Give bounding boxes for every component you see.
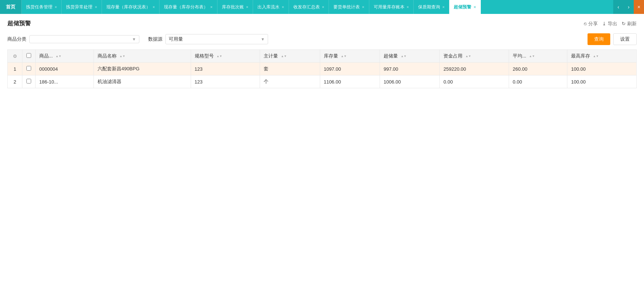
row-inventory-1: 1106.00 (320, 75, 380, 88)
tab-close-9[interactable]: × (442, 5, 444, 9)
col-product-name[interactable]: 商品名称 ▲▼ (94, 50, 191, 63)
sort-icon-product-code: ▲▼ (55, 55, 61, 58)
datasource-label: 数据源 (148, 36, 162, 42)
row-overstock-0: 997.00 (380, 63, 440, 75)
row-checkbox-1[interactable] (26, 79, 31, 84)
category-select[interactable]: ▼ (29, 35, 139, 43)
row-unit-1: 个 (260, 75, 320, 88)
tab-label-10: 超储预警 (454, 4, 471, 10)
tab-close-5[interactable]: × (282, 5, 284, 9)
tab-8[interactable]: 可用量库存账本× (369, 0, 414, 14)
export-label: 导出 (608, 21, 617, 27)
datasource-dropdown-icon: ▼ (261, 37, 265, 41)
tab-close-1[interactable]: × (95, 5, 97, 9)
tab-1[interactable]: 拣货异常处理× (62, 0, 102, 14)
datasource-select[interactable]: 可用量 ▼ (165, 34, 268, 44)
row-product-code-1: 186-10... (36, 75, 94, 88)
refresh-label: 刷新 (627, 21, 637, 27)
category-filter-group: 商品分类 ▼ (7, 35, 139, 43)
refresh-action[interactable]: ↻ 刷新 (622, 21, 637, 27)
home-tab[interactable]: 首页 (0, 0, 22, 14)
topbar: 首页 拣货任务管理×拣货异常处理×现存量（库存状况表）×现存量（库存分布表）×库… (0, 0, 644, 14)
row-capital-0: 259220.00 (440, 63, 509, 75)
select-all-checkbox[interactable] (26, 53, 31, 58)
tab-label-8: 可用量库存账本 (374, 4, 405, 10)
data-table: ⚙ 商品... ▲▼ 商品名称 ▲▼ 规格型号 ▲▼ 主计 (7, 49, 637, 88)
row-max-stock-1: 100.00 (567, 75, 637, 88)
col-unit[interactable]: 主计量 ▲▼ (260, 50, 320, 63)
row-max-stock-0: 100.00 (567, 63, 637, 75)
tab-10[interactable]: 超储预警× (449, 0, 480, 14)
gear-header[interactable]: ⚙ (8, 50, 22, 63)
tab-5[interactable]: 出入库流水× (253, 0, 289, 14)
tab-label-7: 要货单统计表 (333, 4, 360, 10)
sort-icon-capital: ▲▼ (465, 55, 471, 58)
export-action[interactable]: ⤓ 导出 (602, 21, 617, 27)
row-avg-1: 0.00 (509, 75, 567, 88)
category-label: 商品分类 (7, 36, 26, 42)
tab-label-2: 现存量（库存状况表） (106, 4, 150, 10)
tab-6[interactable]: 收发存汇总表× (289, 0, 329, 14)
page-header: 超储预警 ⎋ 分享 ⤓ 导出 ↻ 刷新 (7, 20, 637, 27)
tab-label-6: 收发存汇总表 (293, 4, 320, 10)
tab-label-5: 出入库流水 (257, 4, 279, 10)
tab-close-7[interactable]: × (362, 5, 364, 9)
col-overstock-label: 超储量 (384, 53, 398, 59)
tab-2[interactable]: 现存量（库存状况表）× (102, 0, 160, 14)
tab-3[interactable]: 现存量（库存分布表）× (160, 0, 217, 14)
filter-buttons: 查询 设置 (588, 33, 637, 45)
col-capital-label: 资金占用 (443, 53, 462, 59)
sort-icon-product-name: ▲▼ (120, 55, 125, 58)
tab-close-2[interactable]: × (153, 5, 155, 9)
col-capital[interactable]: 资金占用 ▲▼ (440, 50, 509, 63)
close-all-btn[interactable]: × (634, 0, 644, 14)
share-action[interactable]: ⎋ 分享 (584, 21, 598, 27)
tab-close-10[interactable]: × (473, 5, 476, 9)
datasource-select-value: 可用量 (169, 36, 183, 42)
export-icon: ⤓ (602, 21, 606, 26)
checkbox-header[interactable] (22, 50, 36, 63)
tab-close-8[interactable]: × (407, 5, 409, 9)
row-avg-0: 260.00 (509, 63, 567, 75)
sort-icon-unit: ▲▼ (281, 55, 287, 58)
page-actions: ⎋ 分享 ⤓ 导出 ↻ 刷新 (584, 21, 637, 27)
col-spec-label: 规格型号 (195, 53, 214, 59)
page-title: 超储预警 (7, 20, 31, 27)
col-product-name-label: 商品名称 (98, 53, 117, 59)
tab-4[interactable]: 库存批次账× (217, 0, 253, 14)
tab-close-3[interactable]: × (210, 5, 212, 9)
tab-label-9: 保质期查询 (418, 4, 440, 10)
col-overstock[interactable]: 超储量 ▲▼ (380, 50, 440, 63)
row-product-name-0: 六配套新昌490BPG (94, 63, 191, 75)
share-icon: ⎋ (584, 21, 587, 26)
home-label: 首页 (6, 4, 15, 10)
tab-close-0[interactable]: × (55, 5, 57, 9)
row-checkbox-0[interactable] (26, 66, 31, 71)
row-num-0: 1 (8, 63, 22, 75)
col-product-code[interactable]: 商品... ▲▼ (36, 50, 94, 63)
tab-7[interactable]: 要货单统计表× (329, 0, 369, 14)
col-max-stock[interactable]: 最高库存 ▲▼ (567, 50, 637, 63)
col-inventory-label: 库存量 (324, 53, 338, 59)
share-label: 分享 (588, 21, 598, 27)
tab-close-4[interactable]: × (246, 5, 248, 9)
row-spec-0: 123 (191, 63, 260, 75)
row-checkbox-cell-0[interactable] (22, 63, 36, 75)
prev-tab-btn[interactable]: ‹ (613, 0, 623, 14)
col-spec[interactable]: 规格型号 ▲▼ (191, 50, 260, 63)
row-checkbox-cell-1[interactable] (22, 75, 36, 88)
col-avg-label: 平均... (513, 53, 526, 59)
refresh-icon: ↻ (622, 21, 626, 26)
row-overstock-1: 1006.00 (380, 75, 440, 88)
row-capital-1: 0.00 (440, 75, 509, 88)
filter-row: 商品分类 ▼ 数据源 可用量 ▼ 查询 设置 (7, 33, 637, 45)
sort-icon-avg: ▲▼ (529, 55, 535, 58)
tab-0[interactable]: 拣货任务管理× (22, 0, 62, 14)
col-inventory[interactable]: 库存量 ▲▼ (320, 50, 380, 63)
col-avg[interactable]: 平均... ▲▼ (509, 50, 567, 63)
settings-button[interactable]: 设置 (613, 33, 637, 45)
next-tab-btn[interactable]: › (623, 0, 634, 14)
tab-close-6[interactable]: × (322, 5, 324, 9)
tab-9[interactable]: 保质期查询× (414, 0, 449, 14)
query-button[interactable]: 查询 (588, 33, 610, 45)
